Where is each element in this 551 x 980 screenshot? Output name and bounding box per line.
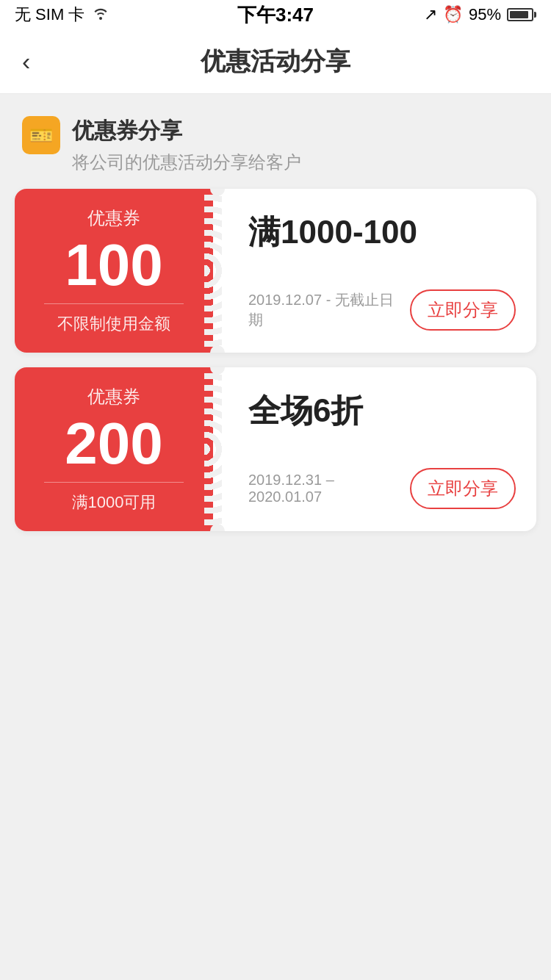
coupon-list: 优惠券 100 不限制使用金额 满1000-100 2019.12.07 - 无… [0, 189, 551, 531]
coupon-footer-1: 2019.12.31 – 2020.01.07 立即分享 [248, 468, 516, 509]
coupon-card-1: 优惠券 200 满1000可用 全场6折 2019.12.31 – 2020.0… [15, 367, 536, 531]
coupon-left-1: 优惠券 200 满1000可用 [15, 367, 213, 531]
coupon-amount-1: 200 [65, 414, 162, 473]
status-bar: 无 SIM 卡 下午3:47 ↗ ⏰ 95% [0, 0, 551, 29]
coupon-divider-1 [44, 482, 184, 483]
share-button-1[interactable]: 立即分享 [410, 468, 516, 509]
coupon-card-0: 优惠券 100 不限制使用金额 满1000-100 2019.12.07 - 无… [15, 189, 536, 353]
coupon-divider-0 [44, 303, 184, 304]
coupon-name-0: 满1000-100 [248, 211, 516, 254]
share-button-0[interactable]: 立即分享 [410, 289, 516, 331]
section-header: 🎫 优惠券分享 将公司的优惠活动分享给客户 [0, 94, 551, 189]
location-icon: ↗ [424, 5, 437, 24]
status-left: 无 SIM 卡 [15, 4, 109, 26]
coupon-date-0: 2019.12.07 - 无截止日期 [248, 290, 403, 330]
page-title: 优惠活动分享 [201, 45, 350, 79]
wifi-icon [92, 5, 109, 24]
back-button[interactable]: ‹ [22, 47, 30, 76]
bottom-area [0, 531, 551, 957]
battery-percent: 95% [469, 5, 501, 24]
coupon-amount-0: 100 [65, 236, 162, 295]
status-right: ↗ ⏰ 95% [424, 5, 536, 24]
alarm-icon: ⏰ [443, 5, 463, 24]
coupon-date-1: 2019.12.31 – 2020.01.07 [248, 472, 403, 505]
battery-icon [507, 8, 536, 21]
coupon-right-0: 满1000-100 2019.12.07 - 无截止日期 立即分享 [228, 189, 536, 353]
section-title: 优惠券分享 [72, 116, 301, 146]
coupon-name-1: 全场6折 [248, 389, 516, 433]
coupon-label-1: 优惠券 [87, 385, 140, 408]
coupon-footer-0: 2019.12.07 - 无截止日期 立即分享 [248, 289, 516, 331]
coupon-right-1: 全场6折 2019.12.31 – 2020.01.07 立即分享 [228, 367, 536, 531]
section-subtitle: 将公司的优惠活动分享给客户 [72, 151, 301, 174]
section-text-group: 优惠券分享 将公司的优惠活动分享给客户 [72, 116, 301, 174]
carrier-text: 无 SIM 卡 [15, 4, 84, 26]
coupon-left-0: 优惠券 100 不限制使用金额 [15, 189, 213, 353]
nav-bar: ‹ 优惠活动分享 [0, 29, 551, 94]
coupon-label-0: 优惠券 [87, 206, 140, 230]
section-icon: 🎫 [22, 116, 60, 154]
status-time: 下午3:47 [237, 2, 314, 28]
coupon-condition-0: 不限制使用金额 [57, 313, 170, 335]
coupon-condition-1: 满1000可用 [72, 491, 156, 514]
